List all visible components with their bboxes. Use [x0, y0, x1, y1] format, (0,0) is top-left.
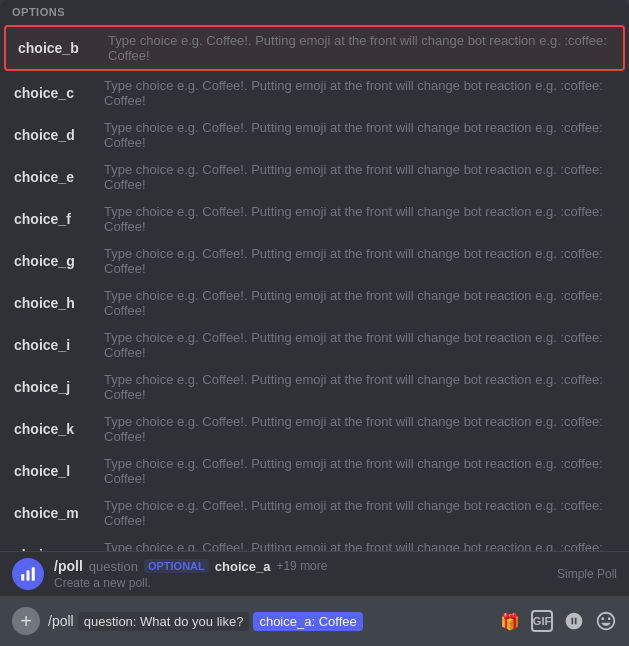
choice-label-choice_f: choice_f — [14, 211, 104, 227]
choice-item-choice_i[interactable]: choice_iType choice e.g. Coffee!. Puttin… — [0, 324, 629, 366]
choice-placeholder-choice_m: Type choice e.g. Coffee!. Putting emoji … — [104, 498, 617, 528]
emoji-svg — [595, 610, 617, 632]
svg-rect-1 — [27, 570, 30, 581]
choice-placeholder-choice_j: Type choice e.g. Coffee!. Putting emoji … — [104, 372, 617, 402]
message-input-bar: + /poll question: What do you like? choi… — [0, 596, 629, 646]
choice-label-choice_j: choice_j — [14, 379, 104, 395]
gift-icon[interactable]: 🎁 — [499, 610, 521, 632]
choice-placeholder-choice_k: Type choice e.g. Coffee!. Putting emoji … — [104, 414, 617, 444]
choice-label-choice_k: choice_k — [14, 421, 104, 437]
input-text-area[interactable]: /poll question: What do you like? choice… — [48, 612, 491, 631]
choice-label-choice_d: choice_d — [14, 127, 104, 143]
choice-label-choice_c: choice_c — [14, 85, 104, 101]
choice-placeholder-choice_d: Type choice e.g. Coffee!. Putting emoji … — [104, 120, 617, 150]
add-attachment-button[interactable]: + — [12, 607, 40, 635]
choice-placeholder-choice_i: Type choice e.g. Coffee!. Putting emoji … — [104, 330, 617, 360]
svg-rect-0 — [21, 574, 24, 581]
choice-item-choice_c[interactable]: choice_cType choice e.g. Coffee!. Puttin… — [0, 72, 629, 114]
autocomplete-panel: OPTIONS choice_bType choice e.g. Coffee!… — [0, 0, 629, 576]
poll-icon — [12, 558, 44, 590]
choice-item-choice_k[interactable]: choice_kType choice e.g. Coffee!. Puttin… — [0, 408, 629, 450]
suggestion-command-line: /poll question OPTIONAL choice_a +19 mor… — [54, 558, 547, 574]
optional-badge: OPTIONAL — [144, 559, 209, 573]
sticker-icon[interactable] — [563, 610, 585, 632]
sticker-svg — [564, 611, 584, 631]
choice-placeholder-choice_e: Type choice e.g. Coffee!. Putting emoji … — [104, 162, 617, 192]
choice-item-choice_j[interactable]: choice_jType choice e.g. Coffee!. Puttin… — [0, 366, 629, 408]
input-answer-segment: choice_a: Coffee — [253, 612, 362, 631]
input-right-icons: 🎁 GIF — [499, 610, 617, 632]
suggestion-content: /poll question OPTIONAL choice_a +19 mor… — [54, 558, 547, 590]
gif-icon[interactable]: GIF — [531, 610, 553, 632]
current-arg: choice_a — [215, 559, 271, 574]
choice-item-choice_m[interactable]: choice_mType choice e.g. Coffee!. Puttin… — [0, 492, 629, 534]
choice-label-choice_b: choice_b — [18, 40, 108, 56]
choice-item-choice_g[interactable]: choice_gType choice e.g. Coffee!. Puttin… — [0, 240, 629, 282]
choice-label-choice_h: choice_h — [14, 295, 104, 311]
command-name: /poll — [54, 558, 83, 574]
choice-label-choice_g: choice_g — [14, 253, 104, 269]
choice-item-choice_d[interactable]: choice_dType choice e.g. Coffee!. Puttin… — [0, 114, 629, 156]
choice-item-choice_b[interactable]: choice_bType choice e.g. Coffee!. Puttin… — [4, 25, 625, 71]
choice-placeholder-choice_l: Type choice e.g. Coffee!. Putting emoji … — [104, 456, 617, 486]
choice-item-choice_l[interactable]: choice_lType choice e.g. Coffee!. Puttin… — [0, 450, 629, 492]
input-command: /poll — [48, 613, 74, 629]
suggestion-description: Create a new poll. — [54, 576, 547, 590]
input-question-segment: question: What do you like? — [78, 612, 250, 631]
choice-item-choice_f[interactable]: choice_fType choice e.g. Coffee!. Puttin… — [0, 198, 629, 240]
choice-label-choice_i: choice_i — [14, 337, 104, 353]
choice-label-choice_l: choice_l — [14, 463, 104, 479]
svg-rect-2 — [32, 567, 35, 581]
choice-item-choice_h[interactable]: choice_hType choice e.g. Coffee!. Puttin… — [0, 282, 629, 324]
choice-list: choice_bType choice e.g. Coffee!. Puttin… — [0, 25, 629, 576]
suggestion-bar: /poll question OPTIONAL choice_a +19 mor… — [0, 551, 629, 596]
choice-item-choice_e[interactable]: choice_eType choice e.g. Coffee!. Puttin… — [0, 156, 629, 198]
options-header: OPTIONS — [0, 0, 629, 24]
choice-placeholder-choice_g: Type choice e.g. Coffee!. Putting emoji … — [104, 246, 617, 276]
command-arg1: question — [89, 559, 138, 574]
more-args: +19 more — [276, 559, 327, 573]
choice-placeholder-choice_f: Type choice e.g. Coffee!. Putting emoji … — [104, 204, 617, 234]
choice-label-choice_m: choice_m — [14, 505, 104, 521]
choice-label-choice_e: choice_e — [14, 169, 104, 185]
emoji-icon[interactable] — [595, 610, 617, 632]
choice-placeholder-choice_c: Type choice e.g. Coffee!. Putting emoji … — [104, 78, 617, 108]
choice-placeholder-choice_b: Type choice e.g. Coffee!. Putting emoji … — [108, 33, 611, 63]
choice-placeholder-choice_h: Type choice e.g. Coffee!. Putting emoji … — [104, 288, 617, 318]
poll-svg-icon — [19, 565, 37, 583]
suggestion-type: Simple Poll — [557, 567, 617, 581]
